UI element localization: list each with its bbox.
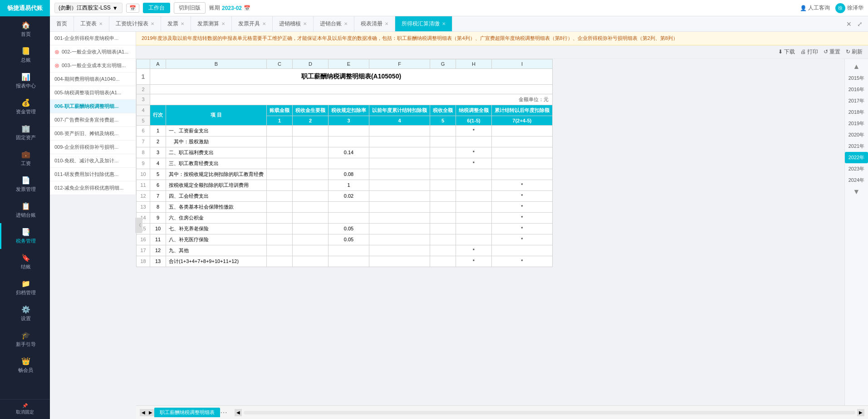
table-wrapper[interactable]: A B C D E F G H I <box>136 59 844 406</box>
sidebar-item-archive[interactable]: 📁 归档管理 <box>0 275 50 301</box>
download-btn[interactable]: ⬇ 下载 <box>778 48 795 56</box>
close-tab-invoice-issue[interactable]: ✕ <box>262 21 266 26</box>
year-2021[interactable]: 2021年 <box>845 141 868 152</box>
switch-btn[interactable]: 切到旧版 <box>174 2 206 14</box>
rownum-4: 4 <box>137 105 150 116</box>
left-panel-item-006[interactable]: 006-职工薪酬纳税调整明细... <box>50 100 136 113</box>
year-2015[interactable]: 2015年 <box>845 73 868 84</box>
main-area: 2019年度涉及取以前年度结转数据的申报表单元格需要手工维护正确，才能保证本年及… <box>136 32 868 419</box>
hscroll-left[interactable]: ◀ <box>235 409 242 416</box>
left-panel-item-005[interactable]: 005-纳税调整项目明细表(A1... <box>50 86 136 100</box>
year-nav-up[interactable]: ▲ <box>851 61 862 73</box>
sidebar-item-sales[interactable]: 📋 进销台账 <box>0 197 50 223</box>
calendar-btn[interactable]: 📅 <box>126 4 139 13</box>
reset-btn[interactable]: ↺ 重置 <box>824 48 840 56</box>
year-2022[interactable]: 2022年 <box>845 152 868 163</box>
tab-home[interactable]: 首页 <box>50 16 74 32</box>
left-panel-item-012[interactable]: 012-减免企业所得税优惠明细... <box>50 181 136 195</box>
tab-actions: ✕ ⤢ <box>844 19 868 29</box>
sidebar-item-settle[interactable]: 🔖 结账 <box>0 249 50 275</box>
sheet-scroll-right[interactable]: ▶ <box>147 409 154 416</box>
left-panel-item-002[interactable]: ⊗ 002-一般企业收入明细表(A1... <box>50 45 136 59</box>
sheet-scroll-left[interactable]: ◀ <box>140 409 147 416</box>
vip-icon: 👑 <box>21 357 30 365</box>
left-panel-item-003[interactable]: ⊗ 003-一般企业成本支出明细... <box>50 59 136 73</box>
tab-salary[interactable]: 工资表 ✕ <box>74 16 109 32</box>
cancel-fixed[interactable]: 📌 取消固定 <box>0 399 50 419</box>
year-2024[interactable]: 2024年 <box>845 175 868 186</box>
user-profile[interactable]: 徐 徐泽华 <box>835 3 863 13</box>
tab-income-tax[interactable]: 所得税汇算清缴 ✕ <box>395 16 452 32</box>
sidebar-item-assets[interactable]: 🏢 固定资产 <box>0 120 50 146</box>
hscroll-track[interactable] <box>244 411 855 414</box>
close-tab-check[interactable]: ✕ <box>303 21 307 26</box>
close-tab-invoice[interactable]: ✕ <box>181 21 184 26</box>
tab-invoice-issue[interactable]: 发票开具 ✕ <box>232 16 273 32</box>
workspace-btn[interactable]: 工作台 <box>143 3 170 13</box>
close-tab-tax-list[interactable]: ✕ <box>385 21 388 26</box>
close-tab-ledger[interactable]: ✕ <box>344 21 348 26</box>
sheet-options-btn[interactable]: ⋯ <box>220 408 227 417</box>
tab-tax-list[interactable]: 税表清册 ✕ <box>354 16 395 32</box>
refresh-btn[interactable]: ↻ 刷新 <box>846 48 863 56</box>
company-selector[interactable]: (勿删）江西股宝-LSS ▼ <box>54 3 123 13</box>
sidebar-item-salary[interactable]: 💼 工资 <box>0 146 50 171</box>
col-header-C: C <box>267 59 293 68</box>
left-panel-item-007[interactable]: 007-广告费和业务宣传费超... <box>50 113 136 127</box>
salary-icon: 💼 <box>21 150 30 159</box>
period-label: 账期 2023-02 📅 <box>209 4 250 12</box>
left-panel-item-011[interactable]: 011-研发费用加计扣除优惠... <box>50 168 136 181</box>
sidebar-item-tax[interactable]: 📑 税务管理 <box>0 223 50 249</box>
year-2023[interactable]: 2023年 <box>845 163 868 175</box>
left-panel-item-001[interactable]: 001-企业所得税年度纳税申... <box>50 32 136 45</box>
maximize-tab-btn[interactable]: ⤢ <box>855 19 864 29</box>
period-calendar-icon[interactable]: 📅 <box>244 5 250 11</box>
sidebar-item-invoice[interactable]: 📄 发票管理 <box>0 171 50 197</box>
company-label: (勿删）江西股宝-LSS <box>59 4 111 12</box>
col-3-header: 税收规定扣除率 <box>329 105 369 116</box>
assets-icon: 🏢 <box>21 124 30 133</box>
left-panel-item-008[interactable]: 008-资产折旧、摊销及纳税... <box>50 127 136 141</box>
year-2018[interactable]: 2018年 <box>845 107 868 118</box>
left-panel-item-009[interactable]: 009-企业所得税弥补亏损明... <box>50 141 136 154</box>
close-tab-invoice-calc[interactable]: ✕ <box>221 21 225 26</box>
table-row: 9 4 三、职工教育经费支出 * <box>137 158 553 169</box>
collapse-panel-btn[interactable]: 《 <box>135 218 142 233</box>
tab-invoice-calc[interactable]: 发票测算 ✕ <box>191 16 232 32</box>
sub-col-4: 4 <box>369 116 430 125</box>
tab-ledger[interactable]: 进销台账 ✕ <box>314 16 354 32</box>
horizontal-scroll: ◀ ▶ <box>231 409 864 416</box>
tab-salary-report[interactable]: 工资统计报表 ✕ <box>109 16 161 32</box>
year-nav-down[interactable]: ▼ <box>851 186 862 198</box>
hscroll-right[interactable]: ▶ <box>857 409 864 416</box>
year-2020[interactable]: 2020年 <box>845 129 868 141</box>
close-tab-income-tax[interactable]: ✕ <box>442 21 446 26</box>
sub-col-2: 2 <box>293 116 329 125</box>
year-nav: ▲ 2015年 2016年 2017年 2018年 2019年 2020年 20… <box>844 59 868 406</box>
col-5-header: 税收全额 <box>430 105 456 116</box>
topbar: (勿删）江西股宝-LSS ▼ 📅 工作台 切到旧版 账期 2023-02 📅 👤… <box>50 0 868 16</box>
sidebar-item-vip[interactable]: 👑 畅会员 <box>0 352 50 378</box>
year-2016[interactable]: 2016年 <box>845 84 868 95</box>
sidebar-item-guide[interactable]: 🎓 新手引导 <box>0 326 50 352</box>
print-btn[interactable]: 🖨 打印 <box>800 48 818 56</box>
year-2019[interactable]: 2019年 <box>845 118 868 129</box>
service-btn[interactable]: 👤 人工客询 <box>800 4 830 12</box>
sidebar-item-settings[interactable]: ⚙️ 设置 <box>0 301 50 326</box>
tab-check[interactable]: 进销稽核 ✕ <box>273 16 314 32</box>
year-2017[interactable]: 2017年 <box>845 95 868 107</box>
sub-col-3: 3 <box>329 116 369 125</box>
sidebar-item-finance[interactable]: 💰 资金管理 <box>0 94 50 120</box>
close-tab-salary-report[interactable]: ✕ <box>151 21 154 26</box>
left-panel-item-010[interactable]: 010-免税、减计收入及加计... <box>50 154 136 168</box>
tab-invoice[interactable]: 发票 ✕ <box>161 16 191 32</box>
home-icon: 🏠 <box>21 21 30 29</box>
bottom-sheet-tab[interactable]: 职工薪酬纳税调整明细表 <box>154 408 220 417</box>
main-content: (勿删）江西股宝-LSS ▼ 📅 工作台 切到旧版 账期 2023-02 📅 👤… <box>50 0 868 419</box>
sidebar-item-home[interactable]: 🏠 首页 <box>0 16 50 42</box>
sidebar-item-reports[interactable]: 📊 报表中心 <box>0 68 50 94</box>
close-tab-salary[interactable]: ✕ <box>99 21 103 26</box>
close-all-tabs-btn[interactable]: ✕ <box>844 19 853 29</box>
sidebar-item-ledger[interactable]: 📒 总账 <box>0 42 50 68</box>
left-panel-item-004[interactable]: 004-期间费用明细表(A1040... <box>50 73 136 86</box>
